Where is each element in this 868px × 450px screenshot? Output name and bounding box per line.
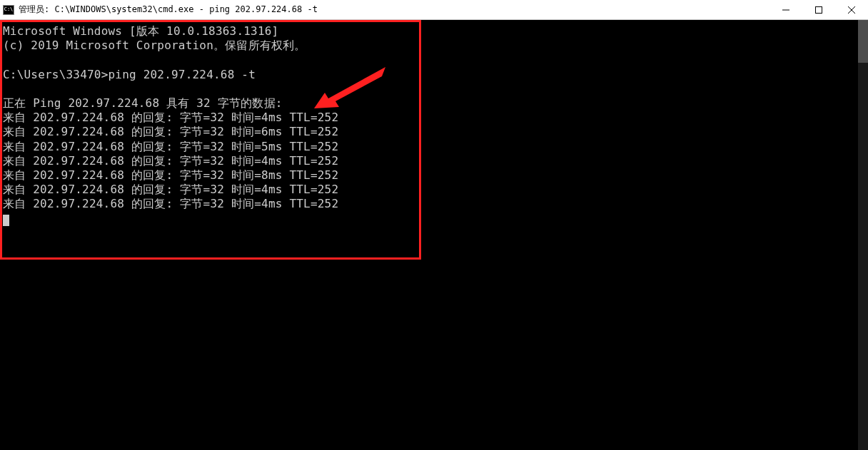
window-controls (769, 0, 868, 19)
ping-reply-line: 来自 202.97.224.68 的回复: 字节=32 时间=6ms TTL=2… (3, 125, 338, 138)
svg-rect-1 (816, 6, 822, 13)
window-title: 管理员: C:\WINDOWS\system32\cmd.exe - ping … (19, 4, 318, 16)
ping-reply-line: 来自 202.97.224.68 的回复: 字节=32 时间=5ms TTL=2… (3, 140, 338, 153)
ping-reply-line: 来自 202.97.224.68 的回复: 字节=32 时间=4ms TTL=2… (3, 154, 338, 168)
console-output: Microsoft Windows [版本 10.0.18363.1316] (… (0, 20, 859, 450)
ping-reply-line: 来自 202.97.224.68 的回复: 字节=32 时间=4ms TTL=2… (3, 111, 338, 124)
cmd-icon: C:\ (3, 5, 14, 15)
window-title-bar: C:\ 管理员: C:\WINDOWS\system32\cmd.exe - p… (0, 0, 868, 20)
maximize-button[interactable] (802, 0, 835, 19)
minimize-button[interactable] (769, 0, 802, 19)
command-text: ping 202.97.224.68 -t (108, 68, 256, 81)
version-line: Microsoft Windows [版本 10.0.18363.1316] (3, 24, 278, 38)
copyright-line: (c) 2019 Microsoft Corporation。保留所有权利。 (3, 39, 306, 52)
prompt: C:\Users\33470> (3, 68, 108, 81)
ping-reply-line: 来自 202.97.224.68 的回复: 字节=32 时间=4ms TTL=2… (3, 183, 338, 196)
ping-reply-line: 来自 202.97.224.68 的回复: 字节=32 时间=8ms TTL=2… (3, 168, 338, 182)
vertical-scrollbar[interactable] (858, 20, 868, 450)
console-cursor (3, 215, 9, 226)
console-area[interactable]: Microsoft Windows [版本 10.0.18363.1316] (… (0, 20, 868, 450)
scrollbar-thumb[interactable] (858, 20, 868, 63)
ping-reply-line: 来自 202.97.224.68 的回复: 字节=32 时间=4ms TTL=2… (3, 197, 338, 210)
close-button[interactable] (835, 0, 868, 19)
ping-header: 正在 Ping 202.97.224.68 具有 32 字节的数据: (3, 96, 283, 110)
